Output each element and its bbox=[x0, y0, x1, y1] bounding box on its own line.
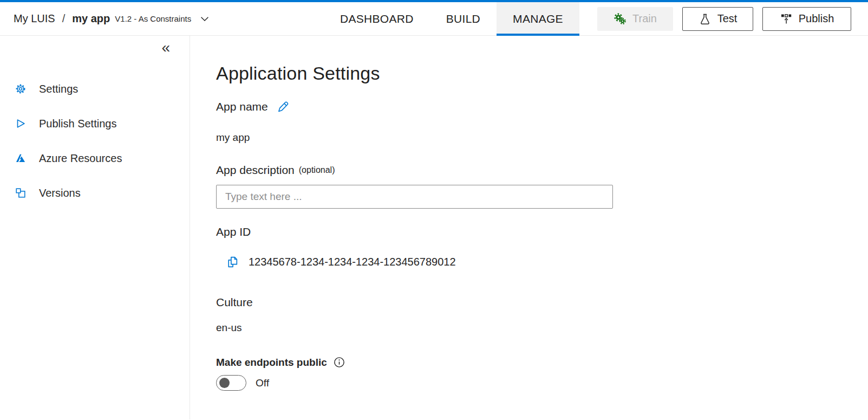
sidebar-item-label: Azure Resources bbox=[39, 152, 122, 165]
sidebar-item-label: Publish Settings bbox=[39, 118, 116, 130]
app-header: My LUIS / my app V1.2 - As Constraints D… bbox=[0, 2, 868, 36]
public-endpoints-section: Make endpoints public bbox=[216, 356, 868, 369]
sidebar-item-versions[interactable]: Versions bbox=[0, 176, 190, 210]
public-endpoints-toggle[interactable] bbox=[216, 375, 246, 391]
version-dropdown-chevron-icon[interactable] bbox=[199, 13, 211, 25]
sidebar-item-publish-settings[interactable]: Publish Settings bbox=[0, 106, 190, 141]
app-id-value: 12345678-1234-1234-1234-123456789012 bbox=[249, 256, 456, 268]
header-action-buttons: Train Test bbox=[597, 7, 868, 31]
breadcrumb-separator: / bbox=[62, 12, 66, 25]
tab-manage[interactable]: MANAGE bbox=[497, 2, 579, 36]
public-endpoints-toggle-row: Off bbox=[216, 375, 868, 391]
breadcrumb: My LUIS / my app V1.2 - As Constraints bbox=[0, 12, 211, 25]
train-gears-icon bbox=[614, 12, 626, 25]
tab-build[interactable]: BUILD bbox=[430, 2, 497, 36]
breadcrumb-my-luis-link[interactable]: My LUIS bbox=[14, 12, 55, 25]
copy-icon[interactable] bbox=[226, 255, 239, 269]
versions-icon bbox=[15, 187, 27, 199]
app-id-row: 12345678-1234-1234-1234-123456789012 bbox=[216, 255, 868, 269]
azure-icon bbox=[15, 152, 27, 164]
app-id-label: App ID bbox=[216, 225, 868, 238]
page-title: Application Settings bbox=[216, 63, 868, 84]
breadcrumb-app-name[interactable]: my app bbox=[72, 12, 110, 25]
tab-dashboard[interactable]: DASHBOARD bbox=[324, 2, 430, 36]
app-description-section: App description (optional) bbox=[216, 164, 868, 177]
sidebar-menu: Settings Publish Settings Azure Res bbox=[0, 36, 190, 210]
publish-button[interactable]: Publish bbox=[762, 7, 851, 31]
test-button[interactable]: Test bbox=[682, 7, 753, 31]
settings-main-panel: Application Settings App name my app App… bbox=[190, 36, 868, 419]
culture-value: en-us bbox=[216, 322, 868, 334]
culture-label: Culture bbox=[216, 296, 868, 309]
sidebar-item-label: Versions bbox=[39, 187, 81, 199]
test-flask-icon bbox=[699, 12, 712, 25]
app-description-label: App description bbox=[216, 164, 295, 177]
sidebar-item-label: Settings bbox=[39, 83, 78, 95]
top-nav-tabs: DASHBOARD BUILD MANAGE bbox=[324, 2, 579, 36]
publish-deploy-icon bbox=[780, 12, 793, 25]
info-icon[interactable] bbox=[333, 356, 345, 369]
toggle-state-label: Off bbox=[256, 377, 269, 389]
toggle-knob bbox=[219, 378, 230, 388]
train-button-label: Train bbox=[632, 12, 657, 25]
test-button-label: Test bbox=[717, 12, 738, 25]
app-description-input[interactable] bbox=[216, 185, 613, 209]
breadcrumb-version-label: V1.2 - As Constraints bbox=[115, 14, 191, 23]
app-description-optional-note: (optional) bbox=[299, 165, 335, 175]
sidebar-item-azure-resources[interactable]: Azure Resources bbox=[0, 141, 190, 176]
gear-icon bbox=[15, 83, 27, 95]
sidebar-collapse-chevron-icon[interactable]: « bbox=[161, 40, 170, 55]
app-name-section: App name bbox=[216, 100, 868, 114]
public-endpoints-label: Make endpoints public bbox=[216, 357, 327, 369]
page-body: « Settings bbox=[0, 36, 868, 419]
publish-button-label: Publish bbox=[799, 12, 834, 25]
app-name-value: my app bbox=[216, 132, 868, 144]
sidebar-item-settings[interactable]: Settings bbox=[0, 72, 190, 106]
play-icon bbox=[15, 118, 27, 130]
train-button[interactable]: Train bbox=[597, 7, 673, 31]
edit-pencil-icon[interactable] bbox=[276, 100, 290, 114]
app-name-label: App name bbox=[216, 100, 268, 113]
manage-sidebar: « Settings bbox=[0, 36, 190, 419]
